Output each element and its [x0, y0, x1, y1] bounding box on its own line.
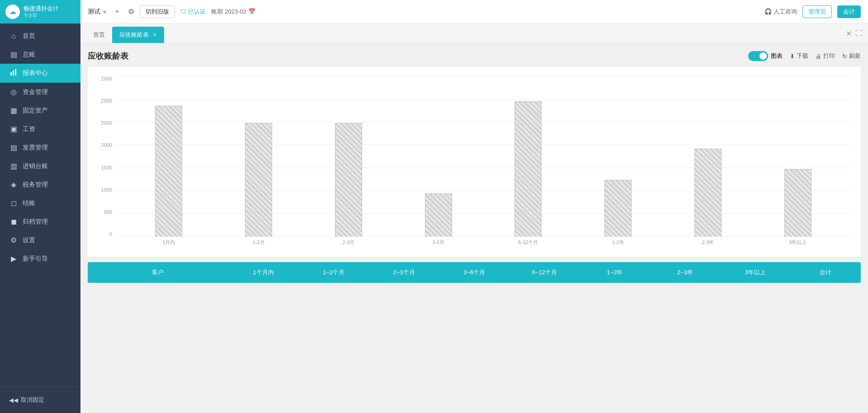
sidebar-item-guide[interactable]: ▶ 新手引导: [0, 249, 80, 268]
svg-rect-0: [10, 72, 12, 75]
calendar-icon[interactable]: 📅: [248, 8, 255, 15]
bar-2-3m: [335, 123, 362, 237]
sidebar-item-ledger[interactable]: ▤ 总账: [0, 45, 80, 64]
sidebar-item-close[interactable]: ◻ 结账: [0, 194, 80, 212]
x-label-3-6m: 3-6月: [425, 237, 452, 248]
th-1m: 1个月内: [228, 262, 298, 283]
y-label-2500a: 2500: [101, 76, 115, 81]
print-button[interactable]: 🖨 打印: [816, 52, 835, 60]
sidebar-item-invoice[interactable]: ▤ 发票管理: [0, 138, 80, 157]
chart-toggle-label: 图表: [771, 52, 783, 60]
sidebar-item-assets[interactable]: ▦ 固定资产: [0, 101, 80, 120]
page-toolbar: 图表 ⬇ 下载 🖨 打印 ↻ 刷新: [748, 51, 861, 61]
sidebar-item-label: 结账: [23, 199, 35, 207]
verified-badge: 🛡 已认证: [180, 8, 206, 16]
sidebar-item-label: 固定资产: [23, 107, 48, 115]
bar-1m: [155, 106, 182, 237]
cancel-fixed-button[interactable]: ◀◀ 取消固定: [0, 391, 80, 408]
page-content: 应收账龄表 图表 ⬇ 下载 🖨 打印 ↻: [80, 43, 868, 290]
sidebar-item-home[interactable]: ⌂ 首页: [0, 27, 80, 45]
x-labels: 1月内 1-2月 2-3月 3-6月 6-12个月 1-2年 2-3年 3年以上: [115, 237, 852, 248]
reports-icon: [9, 69, 18, 78]
chart-toggle[interactable]: [748, 51, 768, 61]
sales-icon: ▥: [9, 162, 18, 170]
refresh-button[interactable]: ↻ 刷新: [842, 52, 861, 60]
add-button[interactable]: ＋: [112, 5, 123, 18]
content-area: 应收账龄表 图表 ⬇ 下载 🖨 打印 ↻: [80, 43, 868, 413]
manager-button[interactable]: 管理员: [802, 5, 832, 18]
switch-version-button[interactable]: 切到旧版: [140, 5, 175, 18]
bar-group-1-2y: [604, 180, 632, 237]
th-2-3y: 2~3年: [650, 262, 720, 283]
print-icon: 🖨: [816, 53, 821, 60]
sidebar-item-reports[interactable]: 报表中心: [0, 64, 80, 83]
assets-icon: ▦: [9, 106, 18, 115]
sidebar-item-tax[interactable]: ◈ 税务管理: [0, 175, 80, 194]
x-label-1-2m: 1-2月: [245, 237, 272, 248]
download-label: 下载: [797, 52, 808, 60]
sidebar-item-settings[interactable]: ⚙ 设置: [0, 231, 80, 249]
sidebar-nav: ⌂ 首页 ▤ 总账 报表中心 ◎ 资金管理 ▦ 固定资产 ▣ 工资 ▤ 发票管理: [0, 23, 80, 386]
tab-aging[interactable]: 应收账龄表 ✕: [112, 27, 164, 43]
invoice-icon: ▤: [9, 143, 18, 152]
sidebar-item-label: 归档管理: [23, 218, 48, 226]
bar-2-3y: [694, 149, 722, 237]
archive-icon: ◼: [9, 217, 18, 226]
app-logo-icon: ☁: [5, 5, 20, 19]
verified-label: 已认证: [188, 8, 206, 16]
chart-container: 2500 2500 2500 2000 1500 1000 500 0: [88, 67, 861, 257]
sidebar-logo: ☁ 畅捷通好会计 专业版: [0, 0, 80, 23]
sidebar-item-label: 发票管理: [23, 144, 48, 152]
project-selector[interactable]: 测试 ▾: [88, 8, 106, 16]
bar-group-6-12m: [514, 101, 542, 237]
tab-close-icon[interactable]: ✕: [152, 32, 157, 38]
service-label: 人工咨询: [774, 8, 797, 16]
sidebar-item-payroll[interactable]: ▣ 工资: [0, 120, 80, 138]
service-button[interactable]: 🎧 人工咨询: [764, 8, 797, 16]
sidebar-item-funds[interactable]: ◎ 资金管理: [0, 83, 80, 101]
sidebar-item-label: 税务管理: [23, 181, 48, 189]
sidebar-item-label: 资金管理: [23, 88, 48, 96]
settings-button[interactable]: ⚙: [126, 5, 136, 18]
role-button[interactable]: 会计: [837, 5, 861, 18]
sidebar-item-sales[interactable]: ▥ 进销台账: [0, 157, 80, 175]
sidebar: ☁ 畅捷通好会计 专业版 ⌂ 首页 ▤ 总账 报表中心 ◎ 资金管理 ▦ 固定: [0, 0, 80, 413]
guide-icon: ▶: [9, 254, 18, 263]
ledger-icon: ▤: [9, 50, 18, 59]
y-label-2500c: 2500: [101, 120, 115, 126]
shield-icon: 🛡: [180, 8, 186, 15]
bar-group-1-2m: [245, 123, 272, 237]
x-label-2-3m: 2-3月: [335, 237, 362, 248]
refresh-label: 刷新: [849, 52, 861, 60]
payroll-icon: ▣: [9, 125, 18, 133]
th-1-2m: 1~2个月: [298, 262, 368, 283]
window-controls: ✕ ⛶: [846, 29, 863, 38]
cancel-fixed-label: 取消固定: [21, 396, 44, 404]
sidebar-bottom: ◀◀ 取消固定: [0, 386, 80, 413]
download-button[interactable]: ⬇ 下载: [790, 52, 808, 60]
bar-group-2-3y: [694, 149, 722, 237]
th-3yplus: 3年以上: [720, 262, 790, 283]
bar-group-3-6m: [425, 193, 452, 237]
sidebar-item-label: 总账: [23, 51, 35, 59]
headset-icon: 🎧: [764, 8, 772, 15]
y-label-2500b: 2500: [101, 98, 115, 103]
sidebar-item-label: 首页: [23, 32, 35, 40]
download-icon: ⬇: [790, 53, 795, 60]
y-label-1000: 1000: [101, 187, 115, 192]
expand-window-button[interactable]: ⛶: [855, 29, 863, 38]
th-3-6m: 3~6个月: [439, 262, 509, 283]
table-header: 客户 1个月内 1~2个月 2~3个月 3~6个月 6~12个月 1~2年 2~…: [88, 262, 861, 283]
th-2-3m: 2~3个月: [369, 262, 439, 283]
x-label-3yplus: 3年以上: [784, 237, 811, 248]
topbar: 测试 ▾ ＋ ⚙ 切到旧版 🛡 已认证 账期 2023-02 📅 🎧 人工咨询 …: [80, 0, 868, 23]
y-label-500: 500: [104, 209, 115, 215]
tab-aging-label: 应收账龄表: [119, 31, 149, 39]
tab-home[interactable]: 首页: [86, 27, 112, 43]
table-container: 客户 1个月内 1~2个月 2~3个月 3~6个月 6~12个月 1~2年 2~…: [88, 262, 861, 283]
topbar-actions: ＋ ⚙ 切到旧版: [112, 5, 175, 18]
topbar-right: 🎧 人工咨询 管理员 会计: [764, 5, 861, 18]
sidebar-item-archive[interactable]: ◼ 归档管理: [0, 212, 80, 231]
close-window-button[interactable]: ✕: [846, 29, 852, 38]
chart-toggle-group: 图表: [748, 51, 783, 61]
